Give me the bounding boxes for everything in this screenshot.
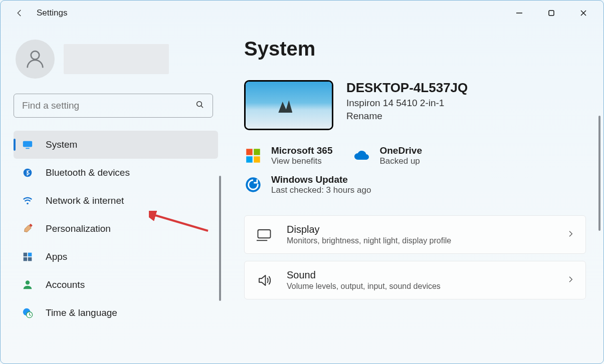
tile-sub: Last checked: 3 hours ago xyxy=(271,185,371,195)
maximize-button[interactable] xyxy=(543,5,559,21)
sidebar-item-network[interactable]: Network & internet xyxy=(14,187,218,215)
svg-point-5 xyxy=(197,102,202,107)
sidebar-item-label: Apps xyxy=(46,251,67,262)
device-name: DESKTOP-4L537JQ xyxy=(346,80,468,96)
svg-rect-7 xyxy=(23,141,32,147)
app-title: Settings xyxy=(37,8,67,18)
svg-rect-25 xyxy=(258,230,271,238)
sidebar-item-system[interactable]: System xyxy=(14,131,218,159)
wallpaper-thumbnail[interactable] xyxy=(244,80,333,130)
display-icon xyxy=(256,226,273,243)
svg-point-4 xyxy=(31,51,39,59)
monitor-icon xyxy=(22,139,34,151)
sidebar-item-bluetooth[interactable]: Bluetooth & devices xyxy=(14,159,218,187)
svg-rect-20 xyxy=(246,149,253,155)
svg-rect-8 xyxy=(26,148,29,149)
sidebar-item-time-language[interactable]: Time & language xyxy=(14,299,218,327)
svg-rect-14 xyxy=(24,257,28,261)
card-title: Display xyxy=(287,224,451,235)
sidebar-item-label: Time & language xyxy=(46,307,117,318)
page-title: System xyxy=(244,38,585,60)
tile-title: Windows Update xyxy=(271,174,371,185)
chevron-right-icon xyxy=(566,230,574,240)
tile-title: Microsoft 365 xyxy=(271,145,332,156)
svg-rect-22 xyxy=(246,156,253,163)
sidebar-item-label: System xyxy=(46,139,77,150)
svg-line-6 xyxy=(201,106,203,108)
tile-microsoft365[interactable]: Microsoft 365 View benefits xyxy=(244,145,332,166)
svg-rect-21 xyxy=(254,149,260,155)
person-icon xyxy=(22,279,34,291)
svg-rect-15 xyxy=(28,257,32,261)
sidebar: System Bluetooth & devices Network & int… xyxy=(1,26,225,363)
sidebar-scrollbar[interactable] xyxy=(219,176,221,301)
sidebar-item-label: Network & internet xyxy=(46,195,124,206)
brush-icon xyxy=(22,223,34,235)
back-button[interactable] xyxy=(12,5,28,21)
search-box[interactable] xyxy=(14,94,213,118)
svg-point-9 xyxy=(24,169,32,177)
chevron-right-icon xyxy=(566,275,574,285)
wifi-icon xyxy=(22,195,34,207)
card-sound[interactable]: Sound Volume levels, output, input, soun… xyxy=(244,261,586,299)
tile-sub: View benefits xyxy=(271,156,332,166)
apps-icon xyxy=(22,251,34,263)
svg-rect-23 xyxy=(254,156,260,163)
close-button[interactable] xyxy=(575,5,591,21)
card-sub: Monitors, brightness, night light, displ… xyxy=(287,236,451,245)
account-header[interactable] xyxy=(14,40,218,79)
main-scrollbar[interactable] xyxy=(598,116,600,231)
card-sub: Volume levels, output, input, sound devi… xyxy=(287,282,441,291)
svg-rect-1 xyxy=(549,11,554,16)
avatar xyxy=(16,40,55,79)
search-input[interactable] xyxy=(22,100,195,111)
search-icon xyxy=(195,100,205,111)
bluetooth-icon xyxy=(22,167,34,179)
tile-onedrive[interactable]: OneDrive Backed up xyxy=(352,145,422,166)
tile-windows-update[interactable]: Windows Update Last checked: 3 hours ago xyxy=(244,174,585,195)
tile-title: OneDrive xyxy=(379,145,422,156)
main-content: System DESKTOP-4L537JQ Inspiron 14 5410 … xyxy=(225,26,603,363)
sidebar-item-label: Accounts xyxy=(46,279,85,290)
cloud-icon xyxy=(352,147,370,165)
sidebar-item-label: Bluetooth & devices xyxy=(46,167,130,178)
account-name-redacted xyxy=(64,44,169,74)
microsoft-logo-icon xyxy=(244,147,262,165)
sidebar-item-personalization[interactable]: Personalization xyxy=(14,215,218,243)
sound-icon xyxy=(256,272,273,289)
window-controls xyxy=(511,5,597,21)
svg-rect-12 xyxy=(24,253,28,257)
svg-point-16 xyxy=(26,280,30,284)
card-title: Sound xyxy=(287,269,441,281)
update-icon xyxy=(244,176,262,194)
sidebar-item-apps[interactable]: Apps xyxy=(14,243,218,271)
sidebar-item-label: Personalization xyxy=(46,223,111,234)
rename-link[interactable]: Rename xyxy=(346,111,468,122)
sidebar-item-accounts[interactable]: Accounts xyxy=(14,271,218,299)
device-model: Inspiron 14 5410 2-in-1 xyxy=(346,98,468,109)
svg-rect-13 xyxy=(28,253,32,257)
card-display[interactable]: Display Monitors, brightness, night ligh… xyxy=(244,215,586,254)
minimize-button[interactable] xyxy=(511,5,527,21)
nav-list: System Bluetooth & devices Network & int… xyxy=(14,131,218,327)
titlebar: Settings xyxy=(1,1,603,26)
device-summary: DESKTOP-4L537JQ Inspiron 14 5410 2-in-1 … xyxy=(244,80,585,130)
globe-clock-icon xyxy=(22,307,34,319)
tile-sub: Backed up xyxy=(379,156,422,166)
svg-point-10 xyxy=(27,203,29,205)
